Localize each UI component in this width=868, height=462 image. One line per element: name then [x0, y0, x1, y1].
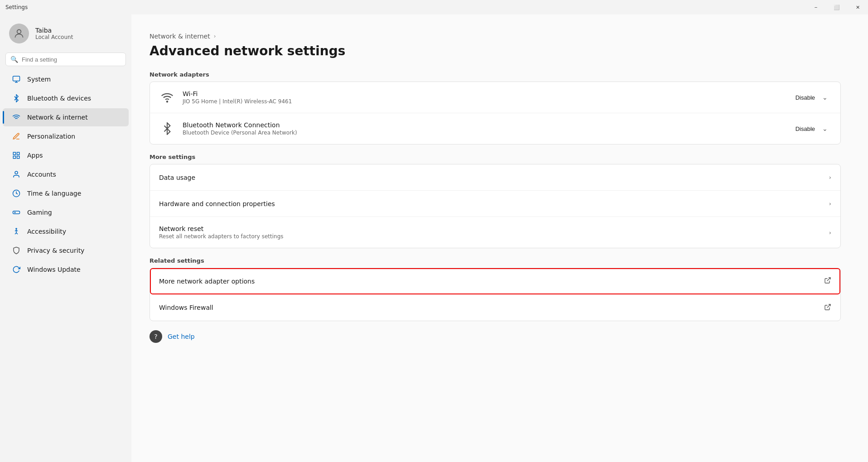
user-name: Taiba — [35, 27, 73, 34]
svg-rect-1 — [13, 76, 20, 81]
titlebar: Settings − ⬜ ✕ — [0, 0, 868, 14]
hardware-props-item[interactable]: Hardware and connection properties › — [150, 191, 840, 217]
wifi-adapter-info: Wi-Fi JIO 5G Home | Intel(R) Wireless-AC… — [183, 90, 796, 105]
bluetooth-icon — [12, 94, 21, 103]
nav-item-privacy[interactable]: Privacy & security — [3, 241, 129, 260]
system-icon — [12, 75, 21, 84]
svg-point-0 — [17, 29, 21, 34]
accessibility-icon — [12, 227, 21, 236]
bluetooth-net-desc: Bluetooth Device (Personal Area Network) — [183, 130, 796, 136]
nav-item-bluetooth[interactable]: Bluetooth & devices — [3, 89, 129, 107]
user-section[interactable]: Taiba Local Account — [0, 14, 131, 51]
app-body: Taiba Local Account 🔍 System Bluetooth &… — [0, 14, 868, 462]
nav-item-system[interactable]: System — [3, 70, 129, 88]
svg-point-13 — [16, 228, 17, 229]
network-reset-sublabel: Reset all network adapters to factory se… — [159, 233, 829, 240]
nav-label-personalization: Personalization — [27, 133, 75, 140]
svg-rect-2 — [13, 152, 15, 154]
breadcrumb-parent[interactable]: Network & internet — [149, 33, 210, 40]
section-related-title: Related settings — [149, 257, 841, 264]
svg-point-17 — [167, 101, 168, 102]
section-adapters-title: Network adapters — [149, 71, 841, 78]
get-help-section[interactable]: ? Get help — [149, 323, 841, 343]
wifi-expand-button[interactable]: ⌄ — [819, 91, 831, 104]
nav-item-accessibility[interactable]: Accessibility — [3, 222, 129, 241]
hardware-props-label: Hardware and connection properties — [159, 200, 829, 207]
search-box[interactable]: 🔍 — [5, 53, 126, 66]
windows-firewall-item[interactable]: Windows Firewall — [150, 294, 840, 321]
nav-label-gaming: Gaming — [27, 209, 52, 216]
more-adapter-options-external-icon — [824, 277, 831, 285]
wifi-disable-button[interactable]: Disable — [796, 94, 815, 101]
windows-firewall-label: Windows Firewall — [159, 304, 824, 311]
nav-item-time[interactable]: Time & language — [3, 184, 129, 202]
gaming-icon — [12, 208, 21, 217]
page-title: Advanced network settings — [149, 43, 841, 58]
network-reset-item[interactable]: Network reset Reset all network adapters… — [150, 217, 840, 248]
minimize-button[interactable]: − — [805, 0, 826, 14]
svg-line-18 — [827, 278, 830, 281]
titlebar-controls: − ⬜ ✕ — [805, 0, 868, 14]
data-usage-label: Data usage — [159, 174, 829, 181]
nav-label-accounts: Accounts — [27, 171, 56, 178]
data-usage-chevron: › — [829, 174, 831, 181]
svg-rect-5 — [13, 156, 15, 159]
section-more-title: More settings — [149, 154, 841, 160]
accounts-icon — [12, 170, 21, 179]
breadcrumb-separator: › — [214, 33, 216, 39]
sidebar: Taiba Local Account 🔍 System Bluetooth &… — [0, 14, 131, 462]
titlebar-title: Settings — [5, 4, 28, 10]
bluetooth-net-adapter-item[interactable]: Bluetooth Network Connection Bluetooth D… — [150, 113, 840, 144]
nav-label-update: Windows Update — [27, 266, 81, 273]
bluetooth-net-name: Bluetooth Network Connection — [183, 121, 796, 129]
related-settings-card: More network adapter options Windows Fir… — [149, 268, 841, 321]
svg-rect-4 — [17, 156, 19, 159]
bluetooth-net-icon — [159, 120, 175, 137]
nav-item-personalization[interactable]: Personalization — [3, 127, 129, 145]
breadcrumb: Network & internet › — [149, 33, 841, 40]
nav-item-update[interactable]: Windows Update — [3, 260, 129, 279]
personalization-icon — [12, 132, 21, 141]
adapters-card: Wi-Fi JIO 5G Home | Intel(R) Wireless-AC… — [149, 82, 841, 144]
svg-rect-12 — [13, 211, 20, 214]
svg-rect-3 — [17, 152, 19, 154]
bluetooth-net-info: Bluetooth Network Connection Bluetooth D… — [183, 121, 796, 136]
user-info: Taiba Local Account — [35, 27, 73, 40]
wifi-adapter-controls: Disable ⌄ — [796, 91, 831, 104]
wifi-adapter-name: Wi-Fi — [183, 90, 796, 97]
network-reset-chevron: › — [829, 229, 831, 236]
svg-line-16 — [16, 233, 18, 234]
search-input[interactable] — [22, 56, 121, 63]
data-usage-item[interactable]: Data usage › — [150, 164, 840, 191]
nav-label-accessibility: Accessibility — [27, 228, 66, 235]
avatar — [9, 24, 29, 43]
wifi-adapter-item[interactable]: Wi-Fi JIO 5G Home | Intel(R) Wireless-AC… — [150, 82, 840, 113]
svg-line-19 — [827, 304, 830, 308]
get-help-icon: ? — [149, 330, 162, 343]
network-reset-info: Network reset Reset all network adapters… — [159, 225, 829, 240]
nav-label-network: Network & internet — [27, 114, 88, 121]
bluetooth-net-disable-button[interactable]: Disable — [796, 125, 815, 132]
more-adapter-options-item[interactable]: More network adapter options — [150, 268, 840, 294]
svg-point-6 — [15, 171, 18, 174]
windows-firewall-external-icon — [824, 303, 831, 312]
nav-item-apps[interactable]: Apps — [3, 146, 129, 164]
nav-item-gaming[interactable]: Gaming — [3, 203, 129, 221]
more-adapter-options-label: More network adapter options — [159, 278, 824, 285]
network-icon — [12, 113, 21, 122]
nav-item-accounts[interactable]: Accounts — [3, 165, 129, 183]
wifi-adapter-icon — [159, 89, 175, 106]
wifi-adapter-desc: JIO 5G Home | Intel(R) Wireless-AC 9461 — [183, 98, 796, 105]
more-settings-card: Data usage › Hardware and connection pro… — [149, 164, 841, 248]
nav-label-bluetooth: Bluetooth & devices — [27, 95, 91, 102]
user-account: Local Account — [35, 34, 73, 40]
nav-item-network[interactable]: Network & internet — [3, 108, 129, 126]
close-button[interactable]: ✕ — [847, 0, 868, 14]
privacy-icon — [12, 246, 21, 255]
update-icon — [12, 265, 21, 274]
main-content: Network & internet › Advanced network se… — [131, 14, 868, 462]
bluetooth-net-expand-button[interactable]: ⌄ — [819, 122, 831, 135]
get-help-label[interactable]: Get help — [168, 333, 195, 340]
nav-label-time: Time & language — [27, 190, 81, 197]
maximize-button[interactable]: ⬜ — [826, 0, 847, 14]
